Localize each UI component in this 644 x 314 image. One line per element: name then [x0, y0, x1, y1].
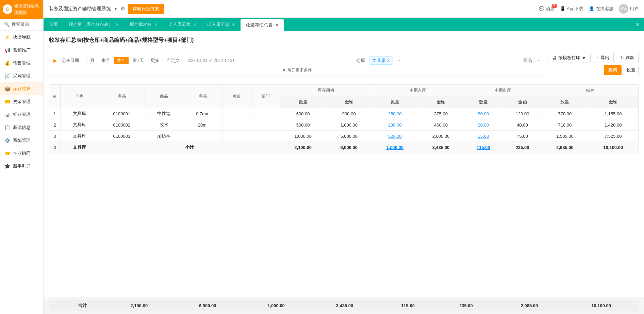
user-action[interactable]: Ea 用户 — [619, 4, 639, 14]
tab-bar-close-btn[interactable]: ✕ — [631, 21, 644, 28]
tab-close-icon[interactable]: ✕ — [154, 22, 158, 27]
sub-in-qty[interactable]: 1,000.00 — [372, 142, 418, 153]
warehouse-more-icon[interactable]: ··· — [397, 57, 401, 64]
tab-inventory-dist[interactable]: 现存量（库存分布表） ✕ — [63, 18, 124, 31]
sub-out-amt: 235.00 — [503, 142, 542, 153]
user-label: 用户 — [630, 6, 639, 12]
sidebar-item-sales[interactable]: 💰 销售管理 — [0, 56, 43, 69]
export-btn[interactable]: ↑ 导出 — [593, 53, 614, 63]
total-bal-amt: 10,100.00 — [564, 300, 639, 311]
table-row: 2 文具库 0100002 胶水 20ml 500.00 1,000.00 23… — [49, 119, 638, 131]
row-warehouse: 文具库 — [60, 108, 99, 119]
goods-more-icon[interactable]: ··· — [536, 57, 541, 64]
date-btn-this-month[interactable]: 本月 — [99, 57, 113, 64]
date-btn-last-month[interactable]: 上月 — [83, 57, 97, 64]
total-bal-qty: 2,985.00 — [495, 300, 563, 311]
sub-open-amt: 6,900.00 — [326, 142, 372, 153]
system-dropdown[interactable]: ▼ — [114, 6, 118, 11]
date-btn-7days[interactable]: 近7天 — [130, 57, 147, 64]
row-in-qty[interactable]: 520.00 — [372, 131, 418, 142]
sidebar-item-manage[interactable]: 📊 经营管理 — [0, 108, 43, 121]
sidebar-item-quicknav[interactable]: ⚡ 快捷导航 — [0, 31, 43, 44]
tab-flow[interactable]: 出入库流水 ✕ — [163, 18, 202, 31]
warehouse-tag-close[interactable]: ✕ — [387, 59, 390, 63]
logo-icon: 6 — [3, 4, 12, 14]
row-open-qty: 600.00 — [280, 108, 326, 119]
print-btn[interactable]: 🖨 按模板打印 ▼ — [548, 53, 591, 63]
sub-no: 4 — [49, 142, 60, 153]
nav-icon: ⚡ — [4, 34, 10, 40]
tab-home[interactable]: 首页 — [44, 18, 63, 31]
warehouse-filter-tag[interactable]: 文具库 ✕ — [369, 56, 393, 65]
row-out-qty[interactable]: 20.00 — [464, 119, 503, 131]
total-open-qty: 2,100.00 — [105, 300, 173, 311]
query-btn[interactable]: 查询 — [604, 65, 622, 75]
settings-icon[interactable]: ⚙ — [120, 5, 125, 12]
row-out-amt: 40.00 — [503, 119, 542, 131]
tab-label: 出入库流水 — [168, 21, 191, 28]
th-goods-code: 商品 — [99, 85, 145, 108]
print-btn-label: 按模板打印 — [558, 55, 580, 61]
row-warehouse: 文具库 — [60, 119, 99, 131]
row-out-qty[interactable]: 80.00 — [464, 108, 503, 119]
row-goods-code: 0100003 — [99, 131, 145, 142]
app-download-action[interactable]: 📱 App下载 — [560, 6, 583, 12]
filter-expand-arrow[interactable]: ▶ — [53, 58, 57, 63]
row-goods-spec: 0.7mm — [183, 108, 222, 119]
tab-close-icon[interactable]: ✕ — [116, 22, 119, 27]
th-settings[interactable]: ⚙ — [49, 85, 60, 108]
th-goods-spec: 商品 — [183, 85, 222, 108]
th-balance: 结存 — [542, 85, 638, 96]
date-label: 记账日期 — [61, 57, 79, 64]
sidebar-item-corp[interactable]: 🤝 企业协同 — [0, 147, 43, 160]
sidebar-item-guide[interactable]: 🎓 新手引导 — [0, 160, 43, 173]
total-in-amt: 3,435.00 — [310, 300, 379, 311]
row-dept — [251, 131, 280, 142]
tab-label: 出入库汇总 — [207, 21, 229, 28]
header-right: 💬 消息 6 📱 App下载 👤 在线客服 Ea 用户 — [539, 4, 639, 14]
sidebar-item-purchase[interactable]: 🛒 采购管理 — [0, 69, 43, 82]
row-warehouse: 文具库 — [60, 131, 99, 142]
sidebar-item-marketing[interactable]: 📢 营销推广 — [0, 44, 43, 56]
tab-receive-send[interactable]: 收发存汇总表 ✕ — [241, 19, 284, 31]
sidebar-search[interactable]: 🔍 搜索菜单 — [0, 19, 43, 31]
expand-conditions-btn[interactable]: ▼ 展开更多条件 — [282, 67, 312, 73]
total-out-amt: 235.00 — [437, 300, 495, 311]
row-open-amt: 1,000.00 — [326, 119, 372, 131]
date-btn-more[interactable]: 更多 — [148, 57, 162, 64]
tab-close-icon[interactable]: ✕ — [275, 23, 278, 28]
sidebar-item-base[interactable]: 📋 基础信息 — [0, 121, 43, 134]
message-action[interactable]: 💬 消息 6 — [539, 6, 555, 12]
row-goods-spec: 20ml — [183, 119, 222, 131]
row-project — [222, 131, 251, 142]
refresh-btn[interactable]: ↻ 刷新 — [616, 53, 639, 63]
row-in-qty[interactable]: 230.00 — [372, 119, 418, 131]
tab-close-icon[interactable]: ✕ — [232, 22, 235, 27]
sub-out-qty[interactable]: 115.00 — [464, 142, 503, 153]
settings-btn[interactable]: 设置 — [624, 65, 639, 75]
action-panel: 🖨 按模板打印 ▼ ↑ 导出 ↻ 刷新 查询 设置 — [548, 53, 639, 75]
try-button[interactable]: 体验行业方案 — [128, 4, 164, 14]
th-open-amt: 金额 — [326, 96, 372, 108]
sidebar-item-finance[interactable]: 💳 资金管理 — [0, 95, 43, 108]
sidebar-search-label: 搜索菜单 — [12, 21, 29, 28]
row-out-qty[interactable]: 15.00 — [464, 131, 503, 142]
row-dept — [251, 119, 280, 131]
row-goods-spec — [183, 131, 222, 142]
tab-summary[interactable]: 出入库汇总 ✕ — [202, 18, 241, 31]
th-goods-name: 商品 — [145, 85, 183, 108]
sidebar-item-inventory[interactable]: 📦 库存核算 — [0, 82, 43, 95]
tab-close-icon[interactable]: ✕ — [193, 22, 196, 27]
row-in-qty[interactable]: 250.00 — [372, 108, 418, 119]
tab-batch[interactable]: 库存批次账 ✕ — [124, 18, 163, 31]
online-service-action[interactable]: 👤 在线客服 — [589, 6, 613, 12]
sidebar-item-system[interactable]: ⚙️ 系统管理 — [0, 134, 43, 147]
th-project: 项目 — [222, 85, 251, 108]
row-bal-qty: 710.00 — [542, 119, 588, 131]
row-goods-name: 中性笔 — [145, 108, 183, 119]
chevron-down-icon: ▼ — [282, 68, 286, 73]
date-btn-custom[interactable]: 自定义 — [164, 57, 182, 64]
refresh-btn-label: 刷新 — [625, 55, 634, 61]
finance-icon: 💳 — [4, 99, 10, 105]
date-btn-this-year[interactable]: 本年 — [114, 57, 129, 64]
